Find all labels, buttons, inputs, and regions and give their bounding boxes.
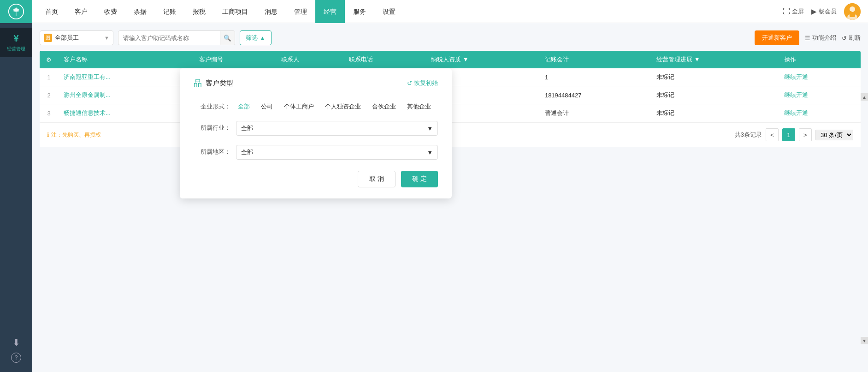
cell-accountant: 18194484427 bbox=[539, 86, 651, 104]
th-progress[interactable]: 经营管理进展 ▼ bbox=[651, 51, 779, 68]
nav-message[interactable]: 消息 bbox=[256, 0, 286, 23]
industry-row: 所属行业： 全部 ▼ bbox=[194, 121, 438, 136]
th-contact: 联系人 bbox=[276, 51, 343, 68]
modal-footer: 取 消 确 定 bbox=[194, 171, 438, 187]
table-header-row: ⚙ 客户名称 客户编号 联系人 联系电话 纳税人资质 ▼ 记账会计 经营管理进展… bbox=[40, 51, 861, 68]
nav-settings[interactable]: 设置 bbox=[374, 0, 404, 23]
filter-button[interactable]: 筛选 ▲ bbox=[240, 30, 272, 45]
search-input[interactable] bbox=[118, 35, 220, 42]
layout: ¥ 经营管理 ⬇ ? 图 全部员工 ▼ 🔍 筛选 ▲ bbox=[0, 23, 868, 372]
logo-area bbox=[0, 0, 32, 23]
func-intro-label: 功能介绍 bbox=[812, 34, 836, 42]
refresh-button[interactable]: ↺ 刷新 bbox=[842, 34, 861, 42]
enterprise-option[interactable]: 其他企业 bbox=[405, 102, 433, 112]
employee-select-text: 全部员工 bbox=[55, 34, 104, 42]
notice-text: 注：先购买、再授权 bbox=[51, 131, 101, 139]
search-icon: 🔍 bbox=[224, 35, 231, 42]
nav-business[interactable]: 工商项目 bbox=[214, 0, 256, 23]
vip-btn[interactable]: ▶ 畅会员 bbox=[811, 7, 837, 16]
main-content: 图 全部员工 ▼ 🔍 筛选 ▲ 开通新客户 ☰ 功能介绍 bbox=[32, 23, 868, 372]
enterprise-option[interactable]: 个人独资企业 bbox=[323, 102, 363, 112]
notice-icon: ℹ bbox=[47, 132, 49, 138]
vip-icon: ▶ bbox=[811, 7, 817, 16]
func-intro-icon: ☰ bbox=[805, 35, 810, 42]
fullscreen-btn[interactable]: ⛶ 全屏 bbox=[783, 7, 804, 16]
cell-name: 济南冠亚重工有... bbox=[58, 68, 194, 86]
employee-select-icon: 图 bbox=[44, 34, 52, 42]
action-link[interactable]: 继续开通 bbox=[784, 91, 808, 98]
search-button[interactable]: 🔍 bbox=[220, 30, 235, 45]
sidebar: ¥ 经营管理 ⬇ ? bbox=[0, 23, 32, 372]
th-name: 客户名称 bbox=[58, 51, 194, 68]
fullscreen-label: 全屏 bbox=[792, 7, 804, 16]
modal-header: 品 客户类型 ↺ 恢复初始 bbox=[194, 78, 438, 89]
enterprise-option[interactable]: 合伙企业 bbox=[370, 102, 398, 112]
cell-progress: 未标记 bbox=[651, 104, 779, 122]
operation-icon: ¥ bbox=[13, 33, 18, 44]
notice-info: ℹ 注：先购买、再授权 bbox=[47, 131, 101, 139]
nav-operation[interactable]: 经营 bbox=[315, 0, 345, 23]
nav-tax[interactable]: 报税 bbox=[184, 0, 214, 23]
modal-title-text: 客户类型 bbox=[206, 79, 233, 88]
enterprise-form-row: 企业形式： 全部公司个体工商户个人独资企业合伙企业其他企业 bbox=[194, 100, 438, 112]
reset-icon: ↺ bbox=[407, 80, 412, 87]
fullscreen-icon: ⛶ bbox=[783, 7, 790, 16]
cell-name: 畅捷通信息技术... bbox=[58, 104, 194, 122]
sidebar-item-operation[interactable]: ¥ 经营管理 bbox=[0, 28, 32, 57]
enterprise-option[interactable]: 全部 bbox=[236, 102, 252, 112]
enterprise-option[interactable]: 个体工商户 bbox=[282, 102, 316, 112]
th-settings[interactable]: ⚙ bbox=[40, 51, 58, 68]
nav-manage[interactable]: 管理 bbox=[286, 0, 315, 23]
filter-modal: 品 客户类型 ↺ 恢复初始 企业形式： 全部公司个体工商户个人独资企业合伙企业其… bbox=[180, 68, 452, 198]
scroll-up-arrow[interactable]: ▲ bbox=[861, 93, 868, 101]
cell-accountant: 1 bbox=[539, 68, 651, 86]
modal-title: 品 客户类型 bbox=[194, 78, 233, 89]
nav-accounting[interactable]: 记账 bbox=[155, 0, 184, 23]
filter-arrow-icon: ▲ bbox=[260, 35, 266, 42]
help-icon[interactable]: ? bbox=[11, 353, 21, 363]
action-link[interactable]: 继续开通 bbox=[784, 109, 808, 116]
settings-icon: ⚙ bbox=[46, 56, 52, 63]
nav-customer[interactable]: 客户 bbox=[66, 0, 96, 23]
th-action: 操作 bbox=[779, 51, 861, 68]
cell-index: 1 bbox=[40, 68, 58, 86]
open-new-customer-button[interactable]: 开通新客户 bbox=[755, 30, 799, 45]
cancel-button[interactable]: 取 消 bbox=[358, 171, 396, 187]
top-nav: 首页 客户 收费 票据 记账 报税 工商项目 消息 管理 经营 服务 设置 ⛶ … bbox=[0, 0, 868, 23]
sidebar-item-label: 经营管理 bbox=[7, 46, 25, 52]
nav-home[interactable]: 首页 bbox=[37, 0, 66, 23]
enterprise-option[interactable]: 公司 bbox=[259, 102, 275, 112]
industry-value: 全部 bbox=[241, 124, 253, 132]
prev-page-button[interactable]: < bbox=[766, 128, 779, 141]
next-page-button[interactable]: > bbox=[799, 128, 812, 141]
scroll-down-arrow[interactable]: ▼ bbox=[861, 337, 868, 344]
avatar[interactable] bbox=[844, 3, 861, 20]
cell-accountant: 普通会计 bbox=[539, 104, 651, 122]
employee-select[interactable]: 图 全部员工 ▼ bbox=[40, 30, 113, 45]
industry-select[interactable]: 全部 ▼ bbox=[236, 121, 438, 136]
confirm-button[interactable]: 确 定 bbox=[401, 171, 438, 187]
func-intro-btn[interactable]: ☰ 功能介绍 bbox=[805, 34, 836, 42]
th-tax-quality[interactable]: 纳税人资质 ▼ bbox=[425, 51, 539, 68]
cell-action[interactable]: 继续开通 bbox=[779, 104, 861, 122]
reset-label: 恢复初始 bbox=[414, 79, 438, 87]
th-accountant: 记账会计 bbox=[539, 51, 651, 68]
th-phone: 联系电话 bbox=[343, 51, 425, 68]
toolbar: 图 全部员工 ▼ 🔍 筛选 ▲ 开通新客户 ☰ 功能介绍 bbox=[40, 30, 861, 45]
nav-items: 首页 客户 收费 票据 记账 报税 工商项目 消息 管理 经营 服务 设置 bbox=[32, 0, 783, 23]
nav-fee[interactable]: 收费 bbox=[96, 0, 125, 23]
nav-service[interactable]: 服务 bbox=[345, 0, 374, 23]
nav-bill[interactable]: 票据 bbox=[125, 0, 155, 23]
page-size-select[interactable]: 30 条/页 bbox=[815, 130, 853, 140]
industry-label: 所属行业： bbox=[194, 121, 230, 132]
action-link[interactable]: 继续开通 bbox=[784, 73, 808, 80]
cell-action[interactable]: 继续开通 bbox=[779, 68, 861, 86]
current-page-button[interactable]: 1 bbox=[782, 128, 795, 141]
download-icon[interactable]: ⬇ bbox=[12, 337, 20, 348]
region-select[interactable]: 全部 ▼ bbox=[236, 145, 438, 160]
modal-reset-btn[interactable]: ↺ 恢复初始 bbox=[407, 79, 438, 87]
cell-action[interactable]: 继续开通 bbox=[779, 86, 861, 104]
sidebar-bottom: ⬇ ? bbox=[11, 337, 21, 363]
nav-right: ⛶ 全屏 ▶ 畅会员 bbox=[783, 3, 868, 20]
refresh-icon: ↺ bbox=[842, 35, 847, 42]
